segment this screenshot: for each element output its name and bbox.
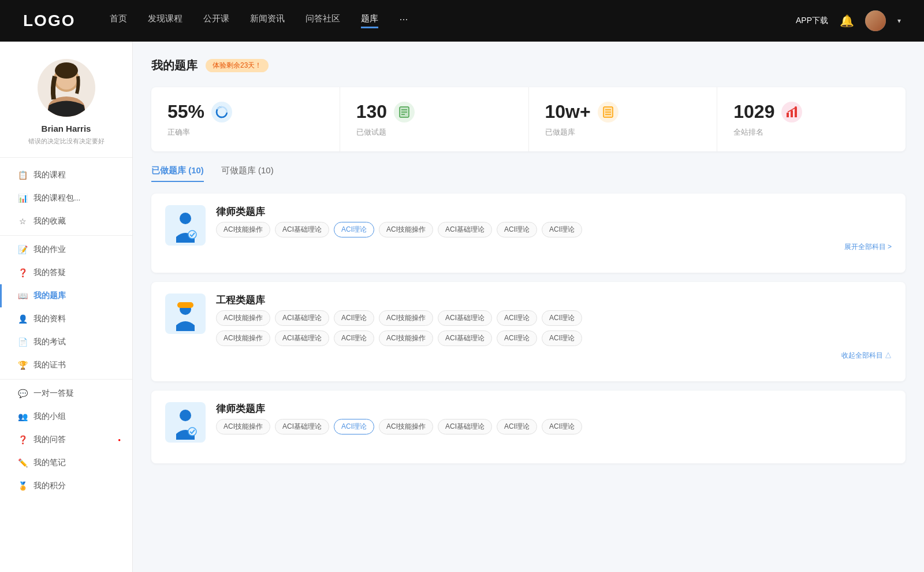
sidebar-item-group[interactable]: 👥 我的小组 <box>0 405 132 428</box>
accuracy-label: 正确率 <box>167 127 323 138</box>
app-download-button[interactable]: APP下载 <box>796 16 828 26</box>
profile-icon: 👤 <box>17 314 28 324</box>
nav-home[interactable]: 首页 <box>110 13 127 28</box>
tag-1b-0[interactable]: ACI技能操作 <box>216 330 270 346</box>
tag-0-2[interactable]: ACI理论 <box>334 222 374 237</box>
tag-1b-5[interactable]: ACI理论 <box>497 330 537 346</box>
sidebar-item-myqa[interactable]: ❓ 我的问答 <box>0 428 132 451</box>
main-content: 我的题库 体验剩余23天！ 55% 正确率 <box>133 42 924 572</box>
nav-open-course[interactable]: 公开课 <box>203 13 229 28</box>
tag-1-1[interactable]: ACI基础理论 <box>275 310 329 326</box>
tag-0-3[interactable]: ACI技能操作 <box>379 222 433 237</box>
course-package-icon: 📊 <box>17 193 28 203</box>
qbank-card-2: 律师类题库 ACI技能操作 ACI基础理论 ACI理论 ACI技能操作 ACI基… <box>151 391 906 463</box>
stats-row: 55% 正确率 130 <box>151 87 906 151</box>
svg-point-3 <box>55 62 78 79</box>
sidebar-item-certificate[interactable]: 🏆 我的证书 <box>0 354 132 377</box>
sidebar-item-homework[interactable]: 📝 我的作业 <box>0 238 132 261</box>
tag-2-0[interactable]: ACI技能操作 <box>216 419 270 434</box>
tag-2-1[interactable]: ACI基础理论 <box>275 419 329 434</box>
tag-1b-1[interactable]: ACI基础理论 <box>275 330 329 346</box>
qbank-tags-1b: ACI技能操作 ACI基础理论 ACI理论 ACI技能操作 ACI基础理论 AC… <box>216 330 892 346</box>
navbar: LOGO 首页 发现课程 公开课 新闻资讯 问答社区 题库 ··· APP下载 … <box>0 0 924 42</box>
sidebar-item-qbank[interactable]: 📖 我的题库 <box>0 284 132 307</box>
tag-2-4[interactable]: ACI基础理论 <box>438 419 492 434</box>
stat-ranking: 1029 全站排名 <box>717 87 906 151</box>
qbank-tags-2: ACI技能操作 ACI基础理论 ACI理论 ACI技能操作 ACI基础理论 AC… <box>216 419 892 434</box>
notification-bell-icon[interactable] <box>840 14 854 28</box>
sidebar-item-1on1[interactable]: 💬 一对一答疑 <box>0 382 132 405</box>
sidebar-item-notes[interactable]: ✏️ 我的笔记 <box>0 451 132 474</box>
qbank-title-1: 工程类题库 <box>216 294 892 307</box>
tag-0-5[interactable]: ACI理论 <box>497 222 537 237</box>
points-icon: 🏅 <box>17 481 28 491</box>
sidebar-item-profile[interactable]: 👤 我的资料 <box>0 307 132 330</box>
done-banks-value: 10w+ <box>545 101 591 122</box>
sidebar-item-exam[interactable]: 📄 我的考试 <box>0 330 132 354</box>
svg-rect-17 <box>787 113 789 117</box>
sidebar-item-qa[interactable]: ❓ 我的答疑 <box>0 261 132 284</box>
tag-1b-4[interactable]: ACI基础理论 <box>438 330 492 346</box>
sidebar-item-points[interactable]: 🏅 我的积分 <box>0 474 132 497</box>
nav-qbank[interactable]: 题库 <box>361 13 378 28</box>
qbank-icon-lawyer-0 <box>165 205 206 246</box>
stat-done-banks: 10w+ 已做题库 <box>529 87 718 151</box>
tab-done-banks[interactable]: 已做题库 (10) <box>151 165 204 182</box>
tag-1-3[interactable]: ACI技能操作 <box>379 310 433 326</box>
sidebar-item-course-package[interactable]: 📊 我的课程包... <box>0 187 132 210</box>
tag-0-1[interactable]: ACI基础理论 <box>275 222 329 237</box>
tag-1-6[interactable]: ACI理论 <box>542 310 582 326</box>
tag-2-6[interactable]: ACI理论 <box>542 419 582 434</box>
profile-section: Brian Harris 错误的决定比没有决定要好 <box>0 59 132 158</box>
svg-point-26 <box>188 428 196 436</box>
tag-1-2[interactable]: ACI理论 <box>334 310 374 326</box>
tag-1b-2[interactable]: ACI理论 <box>334 330 374 346</box>
nav-menu: 首页 发现课程 公开课 新闻资讯 问答社区 题库 ··· <box>110 13 796 28</box>
tag-2-2[interactable]: ACI理论 <box>334 419 374 434</box>
nav-more[interactable]: ··· <box>399 13 408 28</box>
ranking-label: 全站排名 <box>733 127 889 138</box>
page-header: 我的题库 体验剩余23天！ <box>151 58 906 73</box>
stat-done-questions: 130 已做试题 <box>340 87 529 151</box>
sidebar-item-favorites[interactable]: ☆ 我的收藏 <box>0 210 132 233</box>
tab-available-banks[interactable]: 可做题库 (10) <box>221 165 274 182</box>
tag-1-4[interactable]: ACI基础理论 <box>438 310 492 326</box>
page-title: 我的题库 <box>151 58 198 73</box>
tag-0-0[interactable]: ACI技能操作 <box>216 222 270 237</box>
main-layout: Brian Harris 错误的决定比没有决定要好 📋 我的课程 📊 我的课程包… <box>0 42 924 572</box>
svg-rect-24 <box>177 302 193 308</box>
tag-1b-3[interactable]: ACI技能操作 <box>379 330 433 346</box>
stat-accuracy-value: 55% <box>167 101 204 122</box>
tag-2-5[interactable]: ACI理论 <box>497 419 537 434</box>
ranking-icon <box>781 102 802 122</box>
tag-1-0[interactable]: ACI技能操作 <box>216 310 270 326</box>
nav-news[interactable]: 新闻资讯 <box>250 13 285 28</box>
stat-accuracy: 55% 正确率 <box>151 87 340 151</box>
collapse-link-1[interactable]: 收起全部科目 △ <box>216 351 892 361</box>
tag-0-4[interactable]: ACI基础理论 <box>438 222 492 237</box>
tag-2-3[interactable]: ACI技能操作 <box>379 419 433 434</box>
svg-point-25 <box>180 410 191 421</box>
group-icon: 👥 <box>17 411 28 422</box>
qbank-icon-lawyer-2 <box>165 402 206 443</box>
nav-qa[interactable]: 问答社区 <box>305 13 340 28</box>
qbank-tags-1a: ACI技能操作 ACI基础理论 ACI理论 ACI技能操作 ACI基础理论 AC… <box>216 310 892 326</box>
svg-rect-18 <box>791 110 793 117</box>
done-questions-icon <box>394 102 415 122</box>
tag-1-5[interactable]: ACI理论 <box>497 310 537 326</box>
sidebar-item-course[interactable]: 📋 我的课程 <box>0 164 132 187</box>
nav-discover[interactable]: 发现课程 <box>148 13 182 28</box>
qbank-card-0: 律师类题库 ACI技能操作 ACI基础理论 ACI理论 ACI技能操作 ACI基… <box>151 194 906 273</box>
navbar-right: APP下载 ▾ <box>796 10 901 31</box>
expand-link-0[interactable]: 展开全部科目 > <box>216 242 892 252</box>
sidebar-menu: 📋 我的课程 📊 我的课程包... ☆ 我的收藏 📝 我的作业 ❓ 我的答疑 � <box>0 164 132 497</box>
accuracy-icon <box>211 102 232 122</box>
tag-0-6[interactable]: ACI理论 <box>542 222 582 237</box>
user-avatar[interactable] <box>865 10 886 31</box>
tag-1b-6[interactable]: ACI理论 <box>542 330 582 346</box>
user-menu-chevron-icon[interactable]: ▾ <box>897 17 901 25</box>
1on1-icon: 💬 <box>17 388 28 399</box>
certificate-icon: 🏆 <box>17 360 28 370</box>
qbank-icon: 📖 <box>17 291 28 301</box>
qbank-header-1: 工程类题库 ACI技能操作 ACI基础理论 ACI理论 ACI技能操作 ACI基… <box>165 294 892 361</box>
